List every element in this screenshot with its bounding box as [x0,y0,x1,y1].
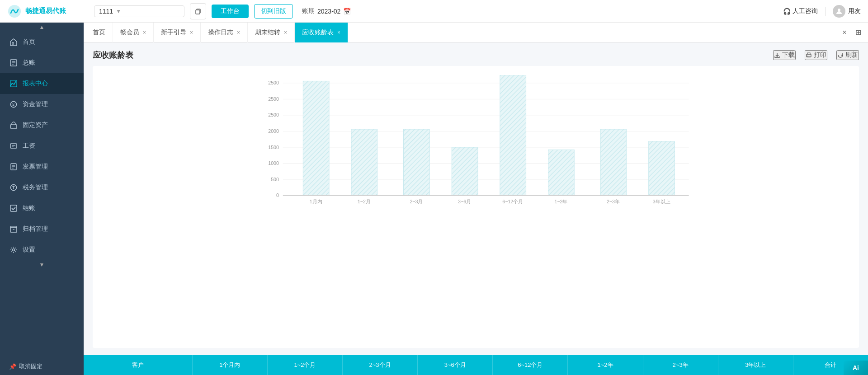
th-2-3year: 2~3年 [643,355,718,375]
page-title-bar: 应收账龄表 下载 打印 [93,50,859,61]
sidebar-label-settings: 设置 [23,246,35,254]
tab-aging-close[interactable]: × [337,29,340,36]
sidebar-item-archive[interactable]: 归档管理 [0,219,84,239]
payroll-icon [9,141,18,150]
sidebar-item-ledger[interactable]: 总账 [0,52,84,73]
print-label: 打印 [814,51,826,59]
sidebar-item-assets[interactable]: 固定资产 [0,115,84,136]
tab-aging[interactable]: 应收账龄表 × [295,23,348,42]
user-name: 用友 [848,7,861,15]
ai-float-button[interactable]: Ai [844,361,868,375]
tabs-maximize-button[interactable]: ⊞ [852,26,864,39]
period-value: 2023-02 [317,8,340,15]
tabs-actions: × ⊞ [835,26,868,39]
download-button[interactable]: 下载 [773,50,796,60]
sidebar-item-payroll[interactable]: 工资 [0,136,84,156]
title-actions: 下载 打印 刷新 [773,50,859,60]
th-3-6month: 3~6个月 [418,355,493,375]
tab-yearend-label: 期末结转 [255,28,280,37]
calendar-icon[interactable]: 📅 [343,8,351,15]
pin-icon: 📌 [9,363,16,370]
cancel-fixed-label: 取消固定 [19,362,42,370]
page-content: 应收账龄表 下载 打印 [84,42,868,355]
download-icon [774,52,780,58]
logo-area: 畅捷通易代账 [7,4,89,19]
logo-icon [7,4,22,19]
bar-2-3年 [600,129,627,196]
sidebar-scroll-down[interactable]: ▼ [0,260,84,269]
print-button[interactable]: 打印 [805,50,827,60]
consult-button[interactable]: 🎧 人工咨询 [783,7,818,15]
invoice-icon [9,162,18,171]
sidebar: ▲ 首页 [0,23,84,375]
tab-aging-label: 应收账龄表 [302,28,334,37]
x-label-3年以上: 3年以上 [653,199,670,204]
svg-text:2500: 2500 [268,80,279,85]
tab-guide-close[interactable]: × [190,29,193,36]
tab-oplog[interactable]: 操作日志 × [201,23,248,42]
sidebar-item-home[interactable]: 首页 [0,32,84,52]
th-1-2year: 1~2年 [568,355,643,375]
sidebar-item-closing[interactable]: 结账 [0,198,84,219]
copy-icon-button[interactable] [190,3,206,19]
sidebar-label-archive: 归档管理 [23,225,48,233]
refresh-button[interactable]: 刷新 [836,50,859,60]
svg-text:1000: 1000 [268,160,279,166]
x-label-3-6月: 3~6月 [458,199,471,204]
sidebar-scroll-up[interactable]: ▲ [0,23,84,32]
svg-rect-3 [12,42,14,44]
tab-member-label: 畅会员 [120,28,139,37]
sidebar-item-settings[interactable]: 设置 [0,239,84,260]
company-select[interactable]: 1111 ▼ [94,5,184,17]
tab-yearend-close[interactable]: × [284,29,287,36]
closing-icon [9,204,18,213]
tab-oplog-label: 操作日志 [208,28,233,37]
ledger-icon [9,58,18,67]
download-label: 下载 [782,51,795,59]
sidebar-label-assets: 固定资产 [23,121,48,129]
logo-text: 畅捷通易代账 [25,7,66,15]
sidebar-label-payroll: 工资 [23,142,35,150]
sidebar-item-funds[interactable]: ¥ 资金管理 [0,94,84,115]
switch-version-button[interactable]: 切到旧版 [254,4,293,19]
bar-1-2月 [351,129,377,196]
svg-rect-20 [10,205,17,211]
tab-home[interactable]: 首页 [85,23,113,42]
sidebar-label-closing: 结账 [23,204,35,212]
tax-icon [9,183,18,192]
tab-home-label: 首页 [93,28,105,37]
tab-oplog-close[interactable]: × [237,29,240,36]
th-3year-plus: 3年以上 [718,355,793,375]
svg-text:1500: 1500 [268,145,279,150]
sidebar-item-invoice[interactable]: 发票管理 [0,156,84,177]
main-layout: ▲ 首页 [0,23,868,375]
tab-yearend[interactable]: 期末结转 × [248,23,295,42]
svg-text:2500: 2500 [268,112,279,117]
tab-member-close[interactable]: × [143,29,146,36]
tabs-close-all-button[interactable]: × [838,26,851,39]
sidebar-item-tax[interactable]: 税务管理 [0,177,84,198]
period-label: 账期 [302,7,315,15]
tab-guide[interactable]: 新手引导 × [154,23,201,42]
sidebar-label-funds: 资金管理 [23,100,48,108]
x-label-1-2月: 1~2月 [358,199,371,204]
page-title: 应收账龄表 [93,50,133,61]
th-1-2month: 1~2个月 [268,355,343,375]
th-1month: 1个月内 [193,355,268,375]
tab-guide-label: 新手引导 [161,28,186,37]
settings-icon [9,245,18,254]
svg-rect-24 [807,54,811,57]
sidebar-label-home: 首页 [23,38,35,46]
user-area[interactable]: 用友 [833,5,861,18]
workbench-button[interactable]: 工作台 [212,5,249,18]
cancel-fixed-button[interactable]: 📌 取消固定 [0,358,84,375]
top-header: 畅捷通易代账 1111 ▼ 工作台 切到旧版 账期 2023-02 📅 🎧 人工… [0,0,868,23]
period-area: 账期 2023-02 📅 [302,7,351,15]
bar-1月内 [303,81,329,195]
chevron-down-icon: ▼ [116,8,121,14]
tab-member[interactable]: 畅会员 × [113,23,154,42]
archive-icon [9,225,18,234]
print-icon [806,52,812,58]
sidebar-item-reports[interactable]: 报表中心 [0,73,84,94]
x-label-1-2年: 1~2年 [554,199,567,204]
